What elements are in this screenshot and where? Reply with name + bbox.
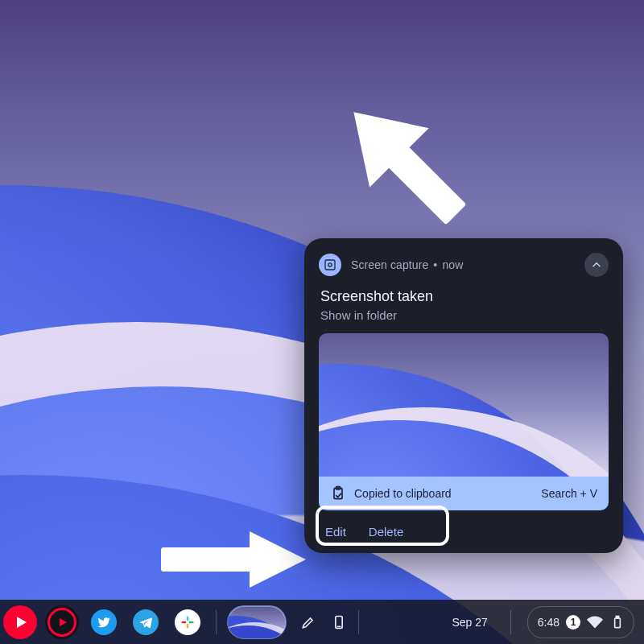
- status-date[interactable]: Sep 27: [445, 611, 493, 634]
- stylus-tool-button[interactable]: [300, 614, 316, 630]
- svg-rect-4: [325, 260, 335, 270]
- youtube-app[interactable]: [3, 605, 37, 639]
- svg-rect-8: [187, 616, 189, 621]
- notification-count-badge: 1: [566, 615, 580, 630]
- svg-rect-2: [161, 547, 258, 572]
- twitter-icon: [91, 609, 117, 635]
- notification-title: Screenshot taken: [320, 288, 609, 305]
- taskbar: Sep 27 6:48 1: [0, 600, 644, 644]
- clipboard-text: Copied to clipboard: [354, 487, 452, 500]
- slack-icon: [175, 609, 200, 635]
- clipboard-bar[interactable]: Copied to clipboard Search + V: [319, 477, 609, 510]
- pinned-apps: [0, 605, 204, 639]
- telegram-app[interactable]: [129, 605, 163, 639]
- notification-card[interactable]: Screen capture•now Screenshot taken Show…: [304, 238, 623, 553]
- screen-capture-icon: [319, 254, 341, 276]
- status-area[interactable]: Sep 27 6:48 1: [445, 606, 634, 638]
- delete-button[interactable]: Delete: [369, 525, 403, 539]
- notification-source: Screen capture•now: [351, 258, 575, 271]
- phone-hub-button[interactable]: [331, 614, 347, 630]
- svg-rect-9: [189, 621, 194, 623]
- quick-settings-button[interactable]: 6:48 1: [527, 606, 634, 638]
- telegram-icon: [133, 609, 159, 635]
- notification-header: Screen capture•now: [319, 253, 609, 277]
- shelf-divider-2: [358, 610, 359, 634]
- svg-marker-3: [250, 531, 306, 588]
- edit-button[interactable]: Edit: [325, 525, 346, 539]
- clipboard-shortcut: Search + V: [541, 487, 597, 500]
- svg-rect-14: [615, 618, 621, 628]
- show-in-folder-link[interactable]: Show in folder: [320, 308, 609, 322]
- annotation-arrow-bottom: [161, 531, 306, 588]
- youtube-icon: [17, 617, 27, 628]
- shelf-divider: [216, 610, 217, 634]
- svg-point-5: [328, 263, 332, 266]
- collapse-button[interactable]: [584, 253, 609, 277]
- tote-screenshot-preview[interactable]: [228, 606, 286, 638]
- youtube-music-app[interactable]: [45, 605, 79, 639]
- annotation-arrow-top: [336, 87, 473, 240]
- wifi-icon: [587, 614, 603, 630]
- slack-app[interactable]: [171, 605, 204, 639]
- battery-icon: [609, 614, 625, 630]
- status-time: 6:48: [538, 616, 559, 629]
- twitter-app[interactable]: [87, 605, 121, 639]
- clipboard-icon: [330, 485, 346, 502]
- youtube-music-icon: [47, 608, 76, 637]
- screenshot-preview[interactable]: [319, 333, 609, 477]
- app-name: Screen capture: [351, 258, 428, 271]
- notification-actions: Edit Delete: [319, 522, 609, 540]
- svg-rect-15: [616, 616, 618, 618]
- svg-rect-10: [187, 623, 189, 628]
- svg-rect-11: [182, 621, 187, 623]
- notification-time: now: [442, 258, 463, 271]
- shelf-divider-3: [510, 610, 511, 634]
